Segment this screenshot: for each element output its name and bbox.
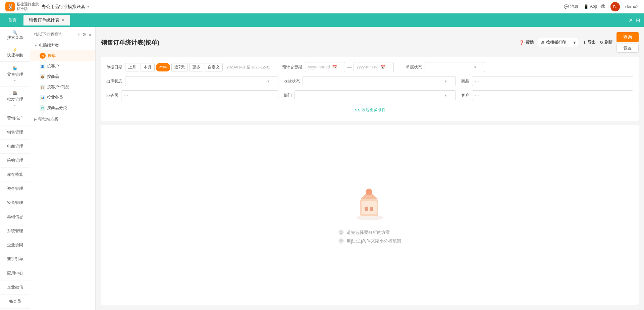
minimize-icon[interactable]: ✕: [629, 17, 633, 23]
scheme-by-cust-prod[interactable]: 📋 按客户+商品: [30, 82, 95, 92]
left-panel-header: 按以下方案查询 + ⚙ «: [30, 30, 95, 39]
maximize-icon[interactable]: ⊞: [636, 17, 640, 23]
svg-point-4: [366, 189, 372, 195]
customer-input[interactable]: ···: [472, 90, 633, 100]
collapse-icon: ∧∧: [354, 108, 360, 112]
more-btn[interactable]: 更多: [189, 63, 203, 71]
page-title: 销售订单统计表(按单): [101, 39, 159, 47]
add-scheme-button[interactable]: +: [77, 32, 80, 37]
scheme-by-customer[interactable]: 👤 按客户: [30, 61, 95, 71]
svg-rect-5: [365, 207, 368, 211]
sidebar-item-enterprise-wechat[interactable]: 企业微信: [0, 280, 30, 295]
app-download-button[interactable]: 📱 App下载: [584, 4, 605, 9]
product-input[interactable]: ···: [472, 76, 633, 86]
top-bar: 🐰 畅捷通好生意 标准版 办公用品行业模拟账套 ▼ 💬 消息 📱 App下载 E…: [0, 0, 644, 13]
sidebar-item-inventory-calc[interactable]: 库存核算: [0, 168, 30, 182]
sidebar-item-purchase-mgmt[interactable]: 采购管理: [0, 154, 30, 168]
sidebar-item-marketing[interactable]: 营销推广: [0, 111, 30, 125]
sidebar-item-finance-mgmt[interactable]: 资金管理: [0, 182, 30, 196]
sidebar-item-ecommerce-mgmt[interactable]: 电商管理: [0, 140, 30, 154]
this-month-btn[interactable]: 本月: [141, 63, 155, 71]
sidebar-item-search-menu[interactable]: 🔍 搜索菜单: [0, 27, 30, 44]
sidebar: 🔍 搜索菜单 ⚡ 快捷导航 🏪 零售管理 ▼ 🏬 批发管理 ▲ 营销推广 销售管…: [0, 27, 30, 310]
scheme-by-product[interactable]: 📦 按商品: [30, 71, 95, 82]
sidebar-item-new-guide[interactable]: 新手引导: [0, 252, 30, 266]
last-month-btn[interactable]: 上月: [125, 63, 139, 71]
product-label: 商品: [461, 79, 469, 84]
tab-bar: 首页 销售订单统计表 ✕ ✕ ⊞: [0, 13, 644, 27]
tab-home[interactable]: 首页: [3, 15, 22, 25]
sidebar-item-enterprise-collab[interactable]: 企业协同: [0, 238, 30, 252]
mobile-scheme-group-title[interactable]: ▶ 移动端方案: [30, 114, 95, 124]
collapse-button[interactable]: ∧∧ 收起更多条件: [106, 104, 633, 115]
filter-row-2: 出库状态 ▼ 收款状态 ▼ 商品: [106, 76, 633, 86]
refresh-button[interactable]: ↻ 刷新: [600, 40, 612, 45]
collapse-area: ∧∧ 收起更多条件: [106, 104, 633, 115]
print-main-part[interactable]: 🖨 按模板打印: [538, 38, 569, 47]
filter-area: 单据日期 上月 本月 本年 近7天 更多 自定义 2023-01-01 至 20…: [101, 57, 639, 121]
sidebar-item-sys-mgmt[interactable]: 系统管理: [0, 224, 30, 238]
empty-illustration: [350, 183, 390, 223]
scheme-by-product-cat[interactable]: 🗂 按商品分类: [30, 103, 95, 113]
username-label: demo2: [625, 4, 639, 9]
customer-icon: 👤: [40, 64, 45, 69]
this-year-btn[interactable]: 本年: [156, 63, 170, 71]
query-button[interactable]: 查询: [616, 32, 639, 42]
chevron-down-icon: ▼: [267, 80, 270, 83]
shipment-status-select[interactable]: ▼: [125, 76, 278, 86]
print-arrow[interactable]: ▼: [571, 39, 579, 46]
search-icon: 🔍: [12, 30, 17, 35]
salesperson-input[interactable]: ···: [121, 90, 278, 100]
delivery-date-end[interactable]: yyyy-mm-dd 📅: [354, 62, 394, 72]
left-panel-title: 按以下方案查询: [34, 32, 62, 37]
sidebar-item-ops-mgmt[interactable]: 经营管理: [0, 196, 30, 210]
empty-tip-1: 1 请先选择要分析的方案: [338, 229, 401, 236]
scheme-by-salesperson[interactable]: 📊 按业务员: [30, 92, 95, 103]
export-icon: ⬇: [583, 40, 586, 45]
sidebar-item-quick-nav[interactable]: ⚡ 快捷导航: [0, 44, 30, 62]
payment-status-select[interactable]: ▼: [303, 76, 456, 86]
logo-text: 畅捷通好生意 标准版: [17, 2, 39, 11]
delivery-date-range: yyyy-mm-dd 📅 — yyyy-mm-dd 📅: [305, 62, 394, 72]
left-panel: 按以下方案查询 + ⚙ « ▼ 电脑端方案 按 按单 👤 按客户: [30, 27, 96, 310]
collapse-left-icon[interactable]: «: [89, 32, 91, 37]
svg-rect-6: [370, 207, 373, 211]
sidebar-item-wholesale-mgmt[interactable]: 🏬 批发管理 ▲: [0, 87, 30, 111]
shipment-status-label: 出库状态: [106, 79, 122, 84]
payment-status-field: 收款状态 ▼: [284, 76, 456, 86]
ellipsis-icon: ···: [475, 79, 479, 84]
sidebar-item-vip-member[interactable]: 畅会员: [0, 295, 30, 309]
payment-status-label: 收款状态: [284, 79, 300, 84]
sidebar-item-retail-mgmt[interactable]: 🏪 零售管理 ▼: [0, 62, 30, 87]
cust-prod-icon: 📋: [40, 85, 45, 90]
filter-row-1: 单据日期 上月 本月 本年 近7天 更多 自定义 2023-01-01 至 20…: [106, 62, 633, 72]
sidebar-item-basic-info[interactable]: 基础信息: [0, 210, 30, 224]
sidebar-item-sales-mgmt[interactable]: 销售管理: [0, 125, 30, 140]
help-button[interactable]: ❓ 帮助: [519, 40, 534, 45]
department-select[interactable]: ▼: [294, 90, 456, 100]
pc-scheme-group-title[interactable]: ▼ 电脑端方案: [30, 41, 95, 50]
close-icon[interactable]: ✕: [61, 18, 65, 22]
tab-sales-stat[interactable]: 销售订单统计表 ✕: [23, 15, 70, 25]
print-button[interactable]: 🖨 按模板打印 ▼: [538, 38, 579, 47]
message-button[interactable]: 💬 消息: [564, 4, 578, 9]
last-7-days-btn[interactable]: 近7天: [171, 63, 188, 71]
custom-btn[interactable]: 自定义: [205, 63, 223, 71]
salesperson-label: 业务员: [106, 93, 118, 98]
settings-icon[interactable]: ⚙: [82, 32, 87, 37]
export-button[interactable]: ⬇ 导出: [583, 40, 596, 45]
settings-button[interactable]: 设置: [616, 44, 639, 53]
empty-tip-2: 2 用[过滤]条件来缩小分析范围: [338, 238, 401, 244]
delivery-date-start[interactable]: yyyy-mm-dd 📅: [305, 62, 345, 72]
retail-icon: 🏪: [12, 66, 17, 70]
scheme-by-order[interactable]: 按 按单: [30, 50, 95, 61]
top-bar-left: 🐰 畅捷通好生意 标准版 办公用品行业模拟账套 ▼: [5, 2, 90, 11]
empty-tips: 1 请先选择要分析的方案 2 用[过滤]条件来缩小分析范围: [338, 229, 401, 247]
left-panel-actions: + ⚙ «: [77, 32, 91, 37]
order-status-select[interactable]: ▼: [425, 62, 485, 72]
avatar[interactable]: Ea: [610, 2, 620, 11]
workspace-selector[interactable]: 办公用品行业模拟账套 ▼: [42, 4, 90, 10]
sidebar-item-app-center[interactable]: 应用中心: [0, 266, 30, 280]
logo-icon: 🐰: [5, 2, 15, 11]
tip-number-2: 2: [338, 238, 344, 244]
